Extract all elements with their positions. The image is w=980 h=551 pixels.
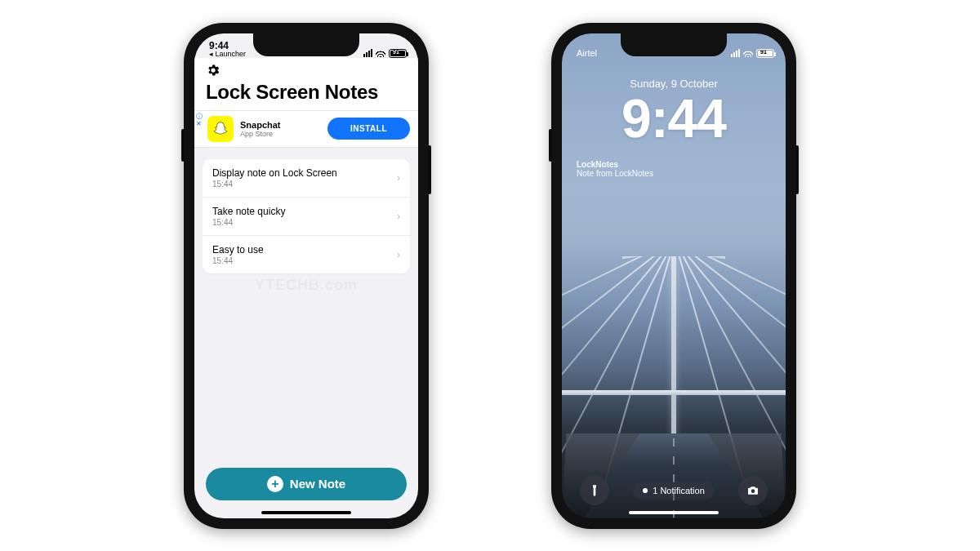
widget-title: LockNotes bbox=[577, 160, 786, 169]
status-time-block: 9:44 ◂ Launcher bbox=[209, 40, 246, 58]
note-time: 15:44 bbox=[212, 256, 264, 265]
bridge-cable bbox=[674, 256, 786, 402]
ad-banner[interactable]: ⓘ✕ Snapchat App Store INSTALL bbox=[194, 111, 418, 148]
lockscreen-date: Sunday, 9 October bbox=[562, 78, 786, 90]
bridge-cable bbox=[562, 256, 675, 402]
home-indicator[interactable] bbox=[629, 511, 719, 514]
note-title: Take note quicky bbox=[212, 206, 285, 217]
watermark: YTECHB.com bbox=[255, 277, 358, 294]
dot-icon bbox=[643, 488, 648, 493]
lockscreen-widget[interactable]: LockNotes Note from LockNotes bbox=[577, 160, 786, 178]
notification-count: 1 Notification bbox=[653, 486, 705, 495]
bridge-rail bbox=[562, 390, 786, 395]
flashlight-button[interactable] bbox=[580, 476, 609, 505]
list-item[interactable]: Display note on Lock Screen 15:44 › bbox=[203, 159, 410, 198]
home-indicator[interactable] bbox=[261, 511, 351, 514]
camera-icon bbox=[746, 484, 760, 497]
chevron-right-icon: › bbox=[397, 249, 400, 260]
notch bbox=[253, 33, 359, 56]
app-header: Lock Screen Notes bbox=[194, 58, 418, 111]
lock-screen: Airtel 91 Sunday, 9 October 9:44 LockNot… bbox=[562, 33, 786, 518]
ad-subtitle: App Store bbox=[240, 130, 281, 138]
camera-button[interactable] bbox=[738, 476, 768, 505]
note-title: Easy to use bbox=[212, 244, 264, 256]
bridge-pylon bbox=[671, 256, 676, 460]
battery-icon: 91 bbox=[389, 49, 407, 58]
notification-pill[interactable]: 1 Notification bbox=[633, 482, 715, 500]
ad-title: Snapchat bbox=[240, 120, 281, 130]
phone-app-mockup: 9:44 ◂ Launcher 91 Lock Screen Notes ⓘ✕ … bbox=[184, 23, 429, 529]
phone-lockscreen-mockup: Airtel 91 Sunday, 9 October 9:44 LockNot… bbox=[551, 23, 796, 529]
gear-icon[interactable] bbox=[206, 63, 220, 78]
carrier-label: Airtel bbox=[577, 48, 597, 58]
lockscreen-bottom-bar: 1 Notification bbox=[562, 476, 786, 505]
ad-text: Snapchat App Store bbox=[240, 120, 281, 138]
plus-icon: + bbox=[267, 476, 283, 492]
install-button[interactable]: INSTALL bbox=[327, 118, 410, 140]
note-title: Display note on Lock Screen bbox=[212, 167, 337, 179]
new-note-label: New Note bbox=[290, 477, 345, 491]
list-item[interactable]: Take note quicky 15:44 › bbox=[203, 198, 410, 236]
status-right: 91 bbox=[731, 49, 774, 58]
flashlight-icon bbox=[588, 484, 601, 497]
battery-icon: 91 bbox=[756, 49, 774, 58]
snapchat-icon bbox=[207, 116, 234, 142]
battery-level: 91 bbox=[393, 49, 399, 55]
note-time: 15:44 bbox=[212, 218, 285, 227]
back-to-launcher[interactable]: ◂ Launcher bbox=[209, 50, 246, 58]
page-title: Lock Screen Notes bbox=[206, 81, 407, 104]
wifi-icon bbox=[743, 50, 753, 57]
widget-body: Note from LockNotes bbox=[577, 169, 786, 178]
chevron-right-icon: › bbox=[397, 172, 400, 184]
note-time: 15:44 bbox=[212, 180, 337, 189]
list-item[interactable]: Easy to use 15:44 › bbox=[203, 236, 410, 273]
ad-info-icon[interactable]: ⓘ✕ bbox=[196, 113, 203, 127]
lockscreen-time: 9:44 bbox=[562, 91, 786, 145]
new-note-button[interactable]: + New Note bbox=[206, 468, 407, 500]
app-screen: 9:44 ◂ Launcher 91 Lock Screen Notes ⓘ✕ … bbox=[194, 33, 418, 518]
signal-icon bbox=[731, 49, 740, 57]
status-right: 91 bbox=[363, 49, 407, 58]
notes-list: Display note on Lock Screen 15:44 › Take… bbox=[203, 159, 410, 273]
chevron-right-icon: › bbox=[397, 211, 400, 222]
battery-level: 91 bbox=[760, 49, 767, 55]
notch bbox=[621, 33, 727, 56]
signal-icon bbox=[363, 49, 372, 57]
wifi-icon bbox=[376, 50, 385, 57]
